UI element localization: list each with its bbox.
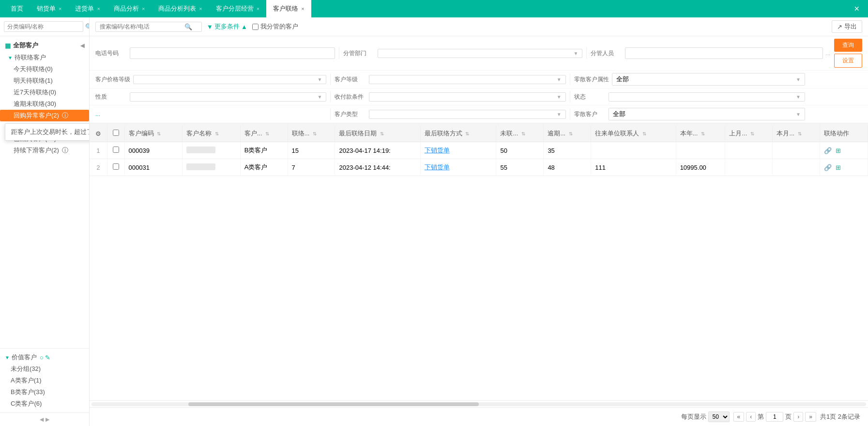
data-table-area: ⚙ 客户编码 ⇅ 客户名称 ⇅ (90, 125, 868, 400)
declining-customers-item[interactable]: 持续下滑客户(2) ⓘ (0, 145, 89, 156)
close-sales-order-icon[interactable]: × (59, 6, 61, 12)
today-pending-item[interactable]: 今天待联络(0) (0, 63, 89, 75)
row-1-grid-icon[interactable]: ⊞ (836, 147, 841, 154)
this-month-sort-icon[interactable]: ⇅ (798, 131, 802, 136)
search-input[interactable] (100, 23, 184, 30)
close-product-analysis-icon[interactable]: × (142, 6, 145, 12)
value-edit-icon[interactable]: ○ ✎ (40, 354, 50, 361)
filter-bar: 🔍 ▼ 更多条件 ▲ 我分管的客户 ↗ 导出 (90, 17, 868, 36)
table-settings-icon[interactable]: ⚙ (95, 130, 101, 137)
a-class-item[interactable]: A类客户(1) (0, 375, 89, 386)
checkbox-col-header (107, 125, 124, 142)
close-product-analysis-list-icon[interactable]: × (199, 6, 202, 12)
this-year-col-header: 本年... ⇅ (676, 125, 725, 142)
un-contact-col-header: 未联... ⇅ (496, 125, 544, 142)
value-customers-group[interactable]: ▼ 价值客户 ○ ✎ (0, 352, 89, 363)
window-close-button[interactable]: × (849, 4, 864, 14)
payment-chevron-icon: ▼ (557, 94, 562, 100)
row-2-select-checkbox[interactable] (113, 163, 119, 170)
retail-attr-select[interactable]: 全部 ▼ (612, 73, 805, 86)
dept-select[interactable]: ▼ (378, 49, 583, 58)
action-col-header: 联络动作 (820, 125, 868, 142)
sidebar-footer-arrows[interactable]: ◀ ▶ (40, 416, 49, 423)
cust-type-sort-icon[interactable]: ⇅ (265, 131, 269, 136)
manager-more-icon[interactable]: ... (826, 50, 830, 56)
overdue-pending-item[interactable]: 逾期未联络(30) (0, 98, 89, 110)
first-page-button[interactable]: « (733, 412, 745, 422)
more-conditions-btn[interactable]: ▼ 更多条件 ▲ (207, 22, 247, 31)
last-page-button[interactable]: » (805, 412, 816, 422)
nav-customer-tier[interactable]: 客户分层经营 × (209, 0, 266, 17)
settings-col-header[interactable]: ⚙ (90, 125, 107, 142)
nav-sales-order[interactable]: 销货单 × (30, 0, 68, 17)
select-all-checkbox[interactable] (113, 130, 119, 136)
phone-input[interactable] (130, 47, 335, 59)
search-icon[interactable]: 🔍 (184, 23, 192, 30)
row-1-link-icon[interactable]: 🔗 (824, 147, 832, 154)
b-class-item[interactable]: B类客户(33) (0, 386, 89, 398)
search-box: 🔍 (95, 22, 202, 32)
last-method-sort-icon[interactable]: ⇅ (465, 131, 469, 136)
phone-field: 电话号码 (95, 47, 335, 59)
unit-contact-sort-icon[interactable]: ⇅ (642, 131, 646, 136)
sidebar-search-icon[interactable]: 🔍 (85, 23, 90, 30)
ungroup-item[interactable]: 未分组(32) (0, 363, 89, 375)
prev-page-button[interactable]: ‹ (746, 412, 756, 422)
row-2-unit-contact: 111 (591, 159, 676, 176)
row-1-last-method: 下销货单 (420, 142, 496, 159)
query-button[interactable]: 查询 (834, 39, 862, 52)
manager-input[interactable] (625, 47, 823, 59)
row-1-select-checkbox[interactable] (113, 147, 119, 153)
customer-type-select[interactable]: ▼ (369, 110, 565, 119)
sidebar-search-input[interactable] (4, 21, 83, 32)
retail-customer-select[interactable]: 全部 ▼ (609, 108, 805, 120)
status-select[interactable]: ▼ (609, 92, 805, 102)
declining-info-icon: ⓘ (62, 147, 68, 154)
nav-product-analysis[interactable]: 商品分析 × (107, 0, 152, 17)
nav-home[interactable]: 首页 (4, 0, 30, 17)
my-customers-filter: 我分管的客户 (252, 22, 298, 31)
nav-product-analysis-list[interactable]: 商品分析列表 × (152, 0, 209, 17)
payment-select[interactable]: ▼ (369, 92, 565, 102)
price-grade-select[interactable]: ▼ (133, 75, 326, 84)
code-sort-icon[interactable]: ⇅ (157, 131, 161, 136)
tomorrow-pending-item[interactable]: 明天待联络(1) (0, 75, 89, 87)
pending-contact-group[interactable]: ▼ 待联络客户 (0, 52, 89, 63)
row-2-name-blurred (186, 163, 215, 170)
nav-customer-contact[interactable]: 客户联络 × (266, 0, 311, 17)
row-2-link-icon[interactable]: 🔗 (824, 164, 832, 171)
last-date-sort-icon[interactable]: ⇅ (380, 131, 384, 136)
row-2-grid-icon[interactable]: ⊞ (836, 164, 841, 171)
row-1-name-blurred (186, 147, 215, 153)
filter-row-1: 电话号码 分管部门 ▼ 分管人员 ... (90, 36, 868, 71)
all-customers-section[interactable]: ▦ 全部客户 ◀ (0, 39, 89, 52)
scrollbar-thumb[interactable] (188, 402, 479, 406)
gender-select[interactable]: ▼ (130, 92, 326, 102)
filter-row-4: ... 客户类型 ▼ 零散客户 全部 ▼ (90, 105, 868, 123)
customer-grade-select[interactable]: ▼ (369, 75, 565, 84)
c-class-item[interactable]: C类客户(6) (0, 398, 89, 410)
row-1-last-month (725, 142, 773, 159)
nav-purchase-order[interactable]: 进货单 × (68, 0, 107, 17)
page-number-input[interactable] (766, 412, 783, 422)
settings-button[interactable]: 设置 (834, 54, 862, 68)
un-contact-sort-icon[interactable]: ⇅ (521, 131, 525, 136)
close-customer-tier-icon[interactable]: × (257, 6, 259, 12)
export-button[interactable]: ↗ 导出 (832, 20, 862, 33)
last-month-sort-icon[interactable]: ⇅ (750, 131, 754, 136)
next-page-button[interactable]: › (793, 412, 803, 422)
this-year-sort-icon[interactable]: ⇅ (701, 131, 705, 136)
contact-count-sort-icon[interactable]: ⇅ (313, 131, 317, 136)
table-row: 2 000031 A类客户 (90, 159, 868, 176)
overdue-sort-icon[interactable]: ⇅ (569, 131, 573, 136)
horizontal-scrollbar[interactable] (90, 400, 868, 407)
repeat-buy-abnormal-item[interactable]: 回购异常客户(2) ⓘ (0, 110, 89, 121)
name-sort-icon[interactable]: ⇅ (215, 131, 219, 136)
collapse-btn[interactable]: ◀ (80, 43, 84, 49)
page-size-select[interactable]: 50 (708, 411, 730, 422)
more-conditions-expand-btn[interactable]: ... (95, 111, 100, 118)
my-customers-checkbox[interactable] (252, 24, 259, 30)
close-purchase-order-icon[interactable]: × (97, 6, 100, 12)
close-customer-contact-icon[interactable]: × (301, 6, 304, 12)
week-pending-item[interactable]: 近7天待联络(0) (0, 87, 89, 98)
